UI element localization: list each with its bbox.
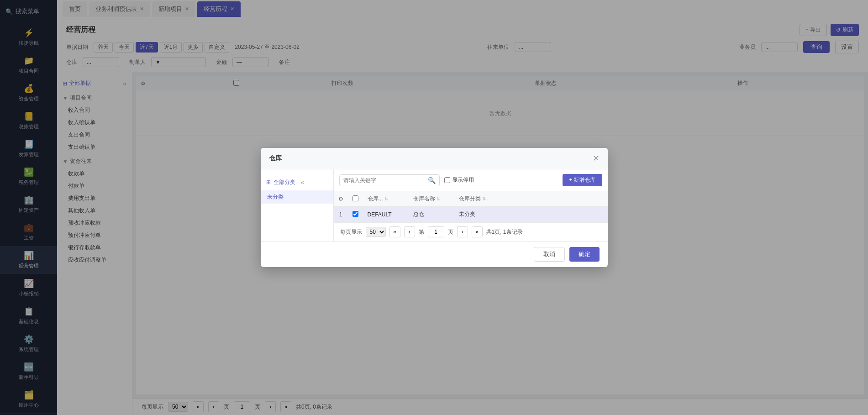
modal-left-header: ⊞ 全部分类 « [261,174,333,190]
modal-close-button[interactable]: ✕ [593,154,600,163]
modal-search-box: 🔍 [339,174,440,186]
modal-total-text: 共1页, 1条记录 [486,228,523,236]
modal-select-all[interactable] [352,195,358,201]
modal-action-footer: 取消 确定 [261,241,608,267]
modal-title: 仓库 [269,154,282,163]
sort-icon: ⇅ [384,196,388,201]
sort-icon-name: ⇅ [437,196,440,201]
settings-gear-icon: ⚙ [338,196,343,202]
modal-left-item-unclassified[interactable]: 未分类 [261,190,333,204]
modal-confirm-button[interactable]: 确定 [569,247,600,262]
modal-first-btn[interactable]: « [389,226,400,237]
modal-table-area: ⚙ 仓库... ⇅ 仓库名称 [334,191,608,222]
modal-toolbar: 🔍 显示停用 + 新增仓库 [334,169,608,191]
row-code-cell: DEFAULT [363,207,409,222]
modal-header: 仓库 ✕ [261,148,608,169]
modal-cancel-button[interactable]: 取消 [534,247,565,262]
modal-prev-btn[interactable]: ‹ [404,226,415,237]
show-disabled-label: 显示停用 [444,176,474,184]
modal-body: ⊞ 全部分类 « 未分类 🔍 显示停用 [261,169,608,241]
modal-overlay: 仓库 ✕ ⊞ 全部分类 « 未分类 🔍 [0,0,868,415]
modal-page-suffix: 页 [448,228,453,236]
modal-search-input[interactable] [343,177,428,184]
table-row[interactable]: 1 DEFAULT 总仓 未分类 [334,207,608,222]
row-checkbox[interactable] [352,211,358,217]
modal-col-name: 仓库名称 ⇅ [409,191,454,207]
sort-icon-cat: ⇅ [482,196,486,201]
row-settings-cell: 1 [334,207,348,222]
modal-col-check[interactable] [348,191,363,207]
modal-page-size-select[interactable]: 50 [366,227,386,237]
modal-right-panel: 🔍 显示停用 + 新增仓库 ⚙ [334,169,608,241]
row-name-cell: 总仓 [409,207,454,222]
row-category-cell: 未分类 [454,207,608,222]
modal-left-title[interactable]: 全部分类 [274,179,295,186]
modal-next-btn[interactable]: › [457,226,468,237]
modal-pagination: 每页显示 50 « ‹ 第 页 › » 共1页, 1条记录 [334,222,608,241]
row-check-cell[interactable] [348,207,363,222]
modal-page-label: 第 [419,228,424,236]
modal-search-icon[interactable]: 🔍 [428,177,436,184]
modal-page-input[interactable] [428,226,444,237]
modal-left-collapse-btn[interactable]: « [298,177,307,188]
modal-col-settings[interactable]: ⚙ [334,191,348,207]
modal-page-size-label: 每页显示 [340,228,362,236]
modal-last-btn[interactable]: » [472,226,483,237]
grid-icon-modal: ⊞ [266,179,271,185]
add-warehouse-button[interactable]: + 新增仓库 [563,174,602,186]
modal-left-panel: ⊞ 全部分类 « 未分类 [261,169,334,241]
warehouse-modal: 仓库 ✕ ⊞ 全部分类 « 未分类 🔍 [261,148,608,267]
modal-table: ⚙ 仓库... ⇅ 仓库名称 [334,191,608,222]
show-disabled-checkbox[interactable] [444,177,450,183]
modal-col-category: 仓库分类 ⇅ [454,191,608,207]
modal-col-code: 仓库... ⇅ [363,191,409,207]
